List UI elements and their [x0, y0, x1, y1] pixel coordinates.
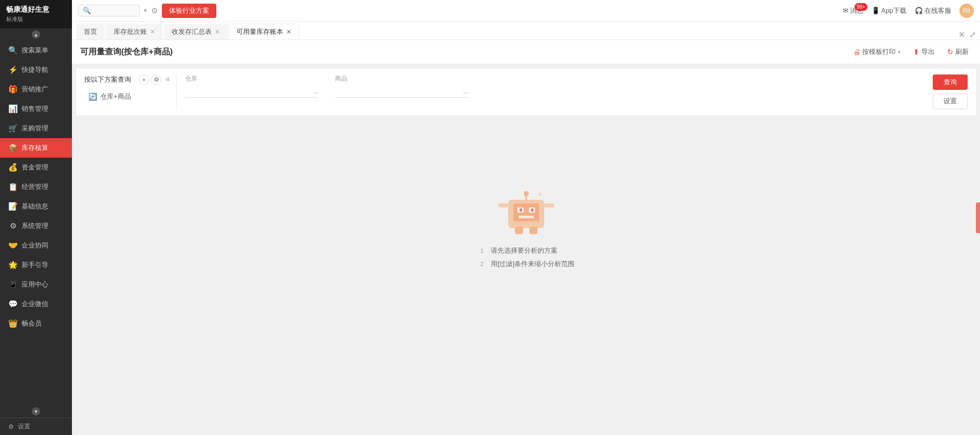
refresh-btn[interactable]: ↻ 刷新 [944, 45, 972, 59]
svg-rect-10 [543, 203, 554, 207]
sidebar-item-newcomer[interactable]: 🌟 新手引导 [0, 255, 72, 275]
scheme-item-label: 仓库+商品 [100, 92, 131, 101]
topbar-search-input[interactable] [93, 7, 134, 14]
sidebar-icon-operations: 📋 [8, 182, 17, 192]
sidebar-item-member[interactable]: 👑 畅会员 [0, 314, 72, 333]
headset-icon: 🎧 [915, 7, 923, 14]
tab-label-home: 首页 [84, 27, 97, 36]
sidebar-label-member: 畅会员 [22, 319, 42, 328]
sidebar-icon-app-center: 📱 [8, 280, 17, 289]
svg-rect-12 [529, 227, 538, 234]
svg-rect-1 [513, 203, 539, 221]
scheme-actions: ＋ ⚙ « [139, 74, 170, 85]
sidebar-icon-system: ⚙ [8, 221, 17, 231]
sidebar-icon-newcomer: 🌟 [8, 260, 17, 270]
trial-btn[interactable]: 体验行业方案 [162, 4, 216, 18]
sidebar-label-quick-nav: 快捷导航 [22, 65, 48, 74]
print-template-label: 按模板打印 [862, 47, 896, 56]
topbar-chevron-icon[interactable]: ▾ [144, 7, 147, 14]
sidebar-icon-purchase: 🛒 [8, 124, 17, 133]
scroll-down-btn[interactable]: ▼ [32, 407, 40, 415]
scheme-item-warehouse-goods[interactable]: 🔄 仓库+商品 [84, 89, 170, 104]
topbar-search-box[interactable]: 🔍 [78, 5, 140, 16]
user-avatar[interactable]: Rit [959, 4, 974, 18]
tab-label-stock-summary: 收发存汇总表 [172, 27, 212, 36]
query-btn[interactable]: 查询 [933, 74, 968, 90]
goods-input[interactable] [335, 87, 461, 95]
app-name: 畅康通好生意 [6, 5, 66, 14]
empty-state: ✦ ✦ 1 请先选择要分析的方案 2 用[过滤]条件来缩小分析范围 [72, 120, 980, 325]
warehouse-label: 仓库 [185, 74, 319, 83]
app-download-icon: 📱 [872, 7, 880, 14]
tabs-bar: 首页库存批次账✕收发存汇总表✕可用量库存账本✕ ✕ ⤢ [72, 22, 980, 40]
app-edition: 标准版 [6, 15, 66, 23]
sidebar-icon-marketing: 🎁 [8, 85, 17, 94]
sidebar-item-quick-nav[interactable]: ⚡ 快捷导航 [0, 60, 72, 80]
tab-stock-summary[interactable]: 收发存汇总表✕ [164, 24, 228, 40]
message-badge-item[interactable]: ✉ 消息 99+ [843, 6, 863, 15]
settings-icon: ⚙ [8, 423, 14, 430]
sidebar-item-search[interactable]: 🔍 搜索菜单 [0, 41, 72, 60]
tabs-right: ✕ ⤢ [958, 30, 976, 40]
app-download-item[interactable]: 📱 App下载 [872, 6, 907, 15]
sidebar-item-sales[interactable]: 📊 销售管理 [0, 99, 72, 119]
tip-num-1: 1 [477, 246, 487, 255]
warehouse-more-btn[interactable]: ... [313, 87, 319, 95]
tab-expand-btn[interactable]: ⤢ [969, 30, 976, 40]
warehouse-input[interactable] [185, 87, 311, 95]
sidebar-footer-label: 设置 [18, 422, 30, 431]
sidebar-item-wechat[interactable]: 💬 企业微信 [0, 294, 72, 314]
sidebar-icon-enterprise: 🤝 [8, 241, 17, 250]
export-icon: ⬆ [913, 48, 919, 56]
sidebar-icon-inventory: 📦 [8, 143, 17, 153]
goods-more-btn[interactable]: ... [463, 87, 469, 95]
export-btn[interactable]: ⬆ 导出 [910, 45, 938, 59]
topbar-gear-icon[interactable]: ⚙ [151, 6, 158, 15]
sidebar-label-purchase: 采购管理 [22, 124, 48, 133]
collapse-schemes-btn[interactable]: « [165, 74, 170, 85]
scroll-up-btn[interactable]: ▲ [32, 30, 40, 39]
tab-available-ledger[interactable]: 可用量库存账本✕ [229, 24, 299, 40]
sidebar-item-basic-info[interactable]: 📝 基础信息 [0, 197, 72, 216]
sidebar-label-marketing: 营销推广 [22, 85, 48, 94]
sidebar-item-system[interactable]: ⚙ 系统管理 [0, 216, 72, 236]
sidebar-item-operations[interactable]: 📋 经营管理 [0, 177, 72, 197]
tab-close-all-btn[interactable]: ✕ [958, 30, 965, 40]
sidebar-item-app-center[interactable]: 📱 应用中心 [0, 275, 72, 294]
online-support-item[interactable]: 🎧 在线客服 [915, 6, 951, 15]
page-area: 可用量查询(按仓库+商品) 🖨 按模板打印 ▾ ⬆ 导出 ↻ 刷新 [72, 40, 980, 435]
print-chevron-icon[interactable]: ▾ [898, 49, 901, 55]
warehouse-input-wrapper: ... [185, 85, 319, 98]
add-scheme-btn[interactable]: ＋ [139, 74, 149, 85]
export-label: 导出 [921, 47, 935, 56]
sidebar-footer[interactable]: ⚙ 设置 [0, 418, 72, 435]
sidebar-header: 畅康通好生意 标准版 [0, 0, 72, 28]
tab-close-available-ledger[interactable]: ✕ [286, 28, 291, 35]
print-template-btn[interactable]: 🖨 按模板打印 ▾ [850, 45, 904, 59]
tab-home[interactable]: 首页 [76, 24, 105, 40]
empty-tips: 1 请先选择要分析的方案 2 用[过滤]条件来缩小分析范围 [477, 246, 575, 269]
tab-label-batch-ledger: 库存批次账 [114, 27, 147, 36]
warehouse-field: 仓库 ... [185, 74, 319, 98]
sidebar-item-inventory[interactable]: 📦 库存核算 [0, 138, 72, 158]
manage-scheme-btn[interactable]: ⚙ [151, 74, 161, 85]
sidebar-icon-finance: 💰 [8, 163, 17, 172]
refresh-label: 刷新 [955, 47, 969, 56]
sidebar-icon-wechat: 💬 [8, 299, 17, 309]
sidebar-label-finance: 资金管理 [22, 163, 48, 172]
sidebar-item-marketing[interactable]: 🎁 营销推广 [0, 80, 72, 99]
message-icon: ✉ [843, 7, 848, 14]
tab-close-stock-summary[interactable]: ✕ [215, 28, 220, 35]
avatar-initials: Rit [963, 7, 971, 14]
notification-badge: 99+ [855, 3, 867, 11]
filter-settings-btn[interactable]: 设置 [933, 93, 968, 109]
svg-text:✦: ✦ [537, 190, 543, 199]
filter-area: 按以下方案查询 ＋ ⚙ « 🔄 仓库+商品 仓库 [76, 68, 976, 116]
sidebar-icon-quick-nav: ⚡ [8, 65, 17, 74]
sidebar-item-enterprise[interactable]: 🤝 企业协同 [0, 236, 72, 255]
tab-batch-ledger[interactable]: 库存批次账✕ [106, 24, 163, 40]
tab-close-batch-ledger[interactable]: ✕ [150, 28, 155, 35]
sidebar-item-finance[interactable]: 💰 资金管理 [0, 158, 72, 177]
sidebar-item-purchase[interactable]: 🛒 采购管理 [0, 119, 72, 138]
filter-fields: 仓库 ... 商品 ... [185, 74, 916, 109]
